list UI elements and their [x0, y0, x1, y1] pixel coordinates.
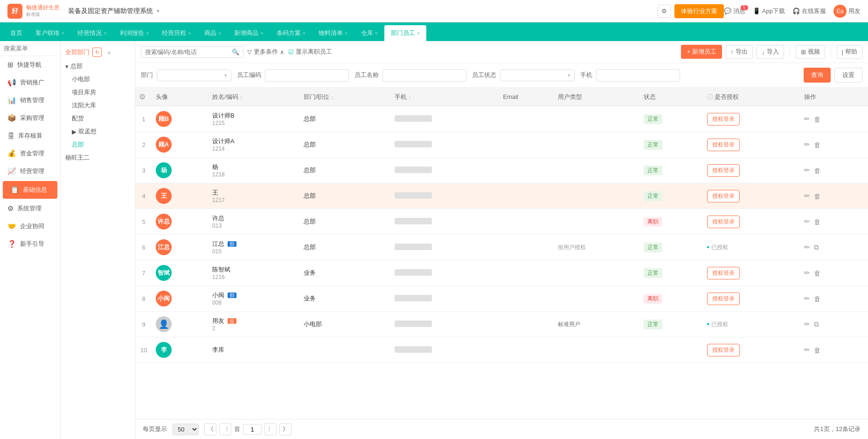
filter-status-select[interactable]: ▾ — [500, 70, 575, 81]
online-service-action[interactable]: 🎧 在线客服 — [792, 7, 826, 15]
dept-item-shenyang[interactable]: 沈阳大库 — [64, 99, 135, 112]
auth-login-button[interactable]: 授权登录 — [707, 216, 740, 228]
user-action[interactable]: Ea 用友 — [833, 5, 861, 18]
sidebar-item-quicknav[interactable]: ⊞ 快捷导航 — [0, 56, 60, 74]
auth-login-button[interactable]: 授权登录 — [707, 267, 740, 279]
search-input[interactable] — [145, 49, 229, 56]
filter-empname-input[interactable] — [382, 69, 466, 82]
tab-profit[interactable]: 利润报告 × — [113, 25, 155, 41]
dept-item-xiangmu[interactable]: 项目库房 — [64, 86, 135, 99]
dept-item-shuangmengxiang[interactable]: ▶ 双孟想 — [64, 125, 135, 138]
filter-empcode-input[interactable] — [265, 69, 349, 82]
auth-login-button[interactable]: 授权登录 — [707, 139, 740, 151]
copy-button[interactable]: ⧉ — [814, 320, 819, 328]
col-phone-header[interactable]: 手机 ↕ — [391, 88, 499, 106]
message-action[interactable]: 💬 消息 5 — [724, 7, 745, 15]
edit-button[interactable]: ✏ — [804, 217, 810, 226]
dept-refresh-button[interactable]: ↻ — [92, 48, 102, 57]
dept-item-yangwang[interactable]: 杨旺王二 — [61, 151, 135, 164]
last-page-button[interactable]: 》 — [279, 423, 292, 435]
tab-history[interactable]: 经营历程 × — [155, 25, 197, 41]
sidebar-item-purchase[interactable]: 📦 采购管理 — [0, 109, 60, 127]
edit-button[interactable]: ✏ — [804, 192, 810, 200]
sidebar-item-operations[interactable]: 📈 经营管理 — [0, 162, 60, 180]
tab-goods[interactable]: 商品 × — [198, 25, 228, 41]
tab-operations[interactable]: 经营情况 × — [71, 25, 113, 41]
sidebar-item-system[interactable]: ⚙ 系统管理 — [0, 200, 60, 217]
view-button[interactable]: 视频 — [796, 45, 825, 59]
edit-button[interactable]: ✏ — [804, 320, 810, 328]
sidebar-item-finance[interactable]: 💰 资金管理 — [0, 145, 60, 162]
col-dept-header[interactable]: 部门/职位 ↕ — [300, 88, 391, 106]
edit-button[interactable]: ✏ — [804, 294, 810, 303]
more-filters-button[interactable]: ▽ 更多条件 ∧ — [247, 48, 285, 56]
per-page-select[interactable]: 50 100 200 — [173, 424, 199, 435]
sidebar-item-inventory[interactable]: 🗄 库存核算 — [0, 127, 60, 145]
delete-button[interactable]: 🗑 — [814, 346, 821, 354]
dept-item-peihuo[interactable]: 配货 — [64, 112, 135, 125]
delete-button[interactable]: 🗑 — [814, 115, 821, 123]
delete-button[interactable]: 🗑 — [814, 141, 821, 149]
auth-login-button[interactable]: 授权登录 — [707, 164, 740, 177]
delete-button[interactable]: 🗑 — [814, 167, 821, 174]
tab-close-goods[interactable]: × — [218, 30, 221, 36]
tab-bom[interactable]: 物料清单 × — [312, 25, 354, 41]
tab-close-warehouse[interactable]: × — [375, 30, 378, 36]
auth-login-button[interactable]: 授权登录 — [707, 190, 740, 202]
import-button[interactable]: 导入 — [757, 45, 784, 59]
trial-button[interactable]: 体验行业方案 — [674, 4, 724, 18]
tab-warehouse[interactable]: 仓库 × — [354, 25, 384, 41]
tab-close-customer[interactable]: × — [62, 30, 64, 36]
tab-close-bom[interactable]: × — [345, 30, 347, 36]
col-name-header[interactable]: 姓名/编码 ↕ — [208, 88, 300, 106]
system-title-dropdown-icon[interactable]: ▾ — [157, 8, 160, 14]
copy-button[interactable]: ⧉ — [814, 243, 819, 251]
first-page-button[interactable]: 《 — [204, 423, 216, 435]
sidebar-item-guide[interactable]: ❓ 新手引导 — [0, 235, 60, 253]
sidebar-item-company[interactable]: 🤝 企业协同 — [0, 217, 60, 235]
tab-close-profit[interactable]: × — [146, 30, 149, 36]
dept-item-zongbu2[interactable]: 总部 — [64, 138, 135, 151]
tab-home[interactable]: 首页 — [4, 25, 29, 41]
add-employee-button[interactable]: + 新增员工 — [681, 45, 722, 59]
tab-close-barcode[interactable]: × — [303, 30, 306, 36]
tab-new-goods[interactable]: 新增商品 × — [228, 25, 270, 41]
tab-close-history[interactable]: × — [188, 30, 191, 36]
dept-item-xiaodiaobu[interactable]: 小电部 — [64, 73, 135, 86]
edit-button[interactable]: ✏ — [804, 346, 810, 354]
delete-button[interactable]: 🗑 — [814, 295, 821, 303]
edit-button[interactable]: ✏ — [804, 269, 810, 277]
tab-close-operations[interactable]: × — [104, 30, 106, 36]
dept-collapse-button[interactable]: « — [104, 48, 114, 57]
filter-dept-select[interactable]: ▾ — [157, 70, 231, 81]
edit-button[interactable]: ✏ — [804, 140, 810, 149]
tab-close-department[interactable]: × — [417, 30, 420, 36]
sidebar-item-sales[interactable]: 📊 销售管理 — [0, 91, 60, 109]
dept-tree-zongbu-parent[interactable]: ▾ 总部 — [61, 60, 135, 73]
col-phone-sort-icon[interactable]: ↕ — [409, 94, 411, 100]
prev-page-button[interactable]: 〈 — [219, 423, 231, 435]
auth-login-button[interactable]: 授权登录 — [707, 113, 740, 125]
auth-login-button[interactable]: 授权登录 — [707, 293, 740, 305]
col-name-sort-icon[interactable]: ↕ — [240, 94, 243, 100]
tab-barcode[interactable]: 条码方案 × — [270, 25, 312, 41]
filter-phone-input[interactable] — [596, 69, 680, 82]
sidebar-item-marketing[interactable]: 📢 营销推广 — [0, 74, 60, 91]
next-page-button[interactable]: 〉 — [264, 423, 277, 435]
app-download-action[interactable]: 📱 App下载 — [753, 7, 785, 15]
query-button[interactable]: 查询 — [804, 68, 831, 83]
show-left-button[interactable]: ☑ 显示离职员工 — [288, 48, 332, 56]
settings-gear-button[interactable]: ⚙ — [658, 5, 671, 18]
edit-button[interactable]: ✏ — [804, 115, 810, 123]
tab-department[interactable]: 部门员工 × — [384, 25, 426, 41]
edit-button[interactable]: ✏ — [804, 166, 810, 174]
page-number-input[interactable] — [243, 424, 262, 435]
delete-button[interactable]: 🗑 — [814, 192, 821, 200]
auth-login-button[interactable]: 授权登录 — [707, 344, 740, 356]
tab-customer[interactable]: 客户联络 × — [29, 25, 71, 41]
delete-button[interactable]: 🗑 — [814, 218, 821, 226]
sidebar-item-basic[interactable]: 📋 基础信息 — [3, 181, 57, 199]
column-settings-icon[interactable]: ⚙ — [139, 93, 146, 101]
col-dept-sort-icon[interactable]: ↕ — [331, 94, 334, 100]
sidebar-search-input[interactable] — [4, 45, 61, 52]
